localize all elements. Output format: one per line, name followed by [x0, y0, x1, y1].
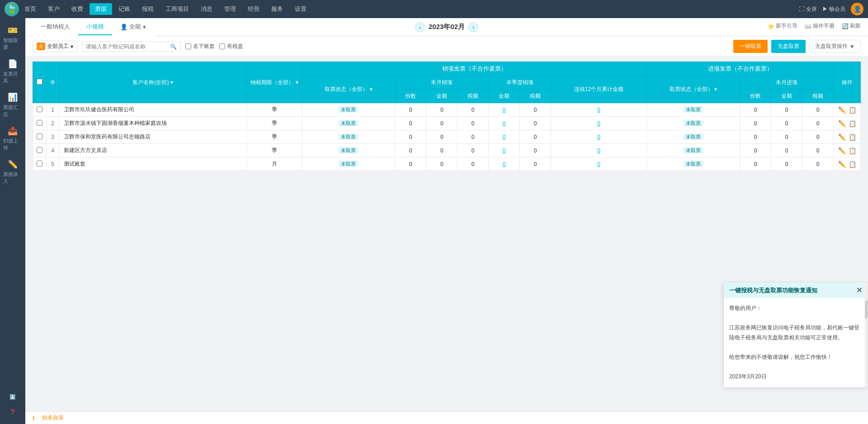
one-click-btn[interactable]: 一键取票	[733, 40, 768, 53]
new-guide-btn[interactable]: ⭐ 新手引导	[768, 22, 797, 30]
row-num: 1	[47, 103, 59, 117]
label-taxable-checkbox[interactable]: 有税盘	[219, 43, 243, 50]
popup-title: 一键报税与无盘取票功能恢复通知	[729, 286, 817, 295]
row-s-month-amt: 0	[426, 103, 458, 117]
row-s-quarter-amt: 0	[489, 117, 520, 130]
employee-filter[interactable]: 全 全部员工 ▾	[33, 41, 77, 52]
row-s-month-tax: 0	[458, 103, 489, 117]
sidebar-download[interactable]: ⬇️	[1, 391, 24, 404]
edit-icon[interactable]: ✏️	[838, 120, 846, 127]
row-s-month-qty: 0	[395, 117, 426, 130]
fullscreen-btn[interactable]: ⛶ 全屏	[799, 5, 816, 13]
row-s-month-tax: 0	[458, 157, 489, 171]
select-all-checkbox[interactable]	[37, 79, 42, 85]
nav-operation[interactable]: 经营	[242, 3, 265, 15]
row-s-quarter-tax: 0	[520, 144, 551, 157]
row-client: 卫辉市汲水镇下园湖香烟薯木种植家庭农场	[59, 117, 247, 130]
nav-message[interactable]: 消息	[195, 3, 218, 15]
row-checkbox[interactable]	[33, 103, 47, 117]
search-icon[interactable]: 🔍	[170, 43, 177, 50]
view-icon[interactable]: 📋	[849, 106, 856, 114]
row-12month: 0	[551, 117, 646, 130]
row-checkbox[interactable]	[33, 130, 47, 144]
refresh-btn[interactable]: 🔄 刷新	[842, 22, 861, 30]
th-s-month-tax: 税额	[458, 90, 489, 103]
summary-icon: 📊	[8, 92, 18, 102]
row-s-quarter-amt: 0	[489, 144, 520, 157]
nav-tax[interactable]: 报税	[137, 3, 159, 15]
row-p-month-qty: 0	[740, 157, 771, 171]
toolbar: 全 全部员工 ▾ 🔍 名下账套 有税盘 一键取票 无盘取票 无盘取票操作	[25, 36, 868, 57]
nav-settings[interactable]: 设置	[289, 3, 312, 15]
nav-business[interactable]: 工商项目	[160, 3, 194, 15]
row-checkbox[interactable]	[33, 157, 47, 171]
view-icon[interactable]: 📋	[849, 147, 856, 154]
table-body: 1 卫辉市玖玖健合医药有限公司 季 未取票 0 0 0 0 0 0 未取票 0 …	[33, 103, 861, 171]
nav-bookkeeping[interactable]: 记账	[113, 3, 136, 15]
prev-month-btn[interactable]: ‹	[415, 22, 425, 32]
row-s-quarter-tax: 0	[520, 157, 551, 171]
no-disk-ops-label: 无盘取票操作	[815, 43, 848, 50]
sidebar-item-entry[interactable]: ✏️ 票据录入	[1, 156, 24, 188]
nav-home[interactable]: 首页	[19, 3, 42, 15]
tab-all-capable[interactable]: 👤 全能 ▾	[112, 19, 154, 35]
edit-icon[interactable]: ✏️	[838, 147, 846, 154]
employee-filter-label: 全部员工	[47, 43, 69, 50]
popup-close-btn[interactable]: ✕	[856, 286, 862, 295]
table-row: 4 新建区方方文具店 季 未取票 0 0 0 0 0 0 未取票 0 0 0 ✏…	[33, 144, 861, 157]
row-p-month-amt: 0	[771, 157, 802, 171]
nav-service[interactable]: 服务	[266, 3, 288, 15]
edit-icon[interactable]: ✏️	[838, 161, 846, 168]
manual-btn[interactable]: 📖 操作手册	[805, 22, 835, 30]
app-logo: 🍃	[5, 2, 19, 16]
edit-icon[interactable]: ✏️	[838, 133, 846, 141]
th-settings: ⚙	[47, 62, 59, 103]
nav-billing[interactable]: 收费	[66, 3, 89, 15]
vip-btn[interactable]: ▶ 畅会员	[822, 5, 845, 13]
user-avatar[interactable]: 👤	[851, 3, 863, 15]
next-month-btn[interactable]: ›	[468, 22, 478, 32]
row-s-month-qty: 0	[395, 157, 426, 171]
popup-scrollbar[interactable]	[865, 282, 868, 387]
nav-client[interactable]: 客户	[42, 3, 65, 15]
no-disk-ops-btn[interactable]: 无盘取票操作 ▼	[809, 40, 861, 53]
th-s-quarter-amt: 金额	[489, 90, 520, 103]
row-period: 季	[247, 103, 302, 117]
chevron-down-icon: ▾	[143, 24, 146, 30]
popup-body-text: 尊敬的用户： 江苏政务网已恢复访问电子税务局功能，易代账一键登陆电子税务局与无盘…	[729, 304, 862, 382]
nav-invoice[interactable]: 票据	[90, 3, 112, 15]
tab-nav-right: ⭐ 新手引导 📖 操作手册 🔄 刷新	[768, 22, 861, 32]
row-p-month-amt: 0	[771, 144, 802, 157]
sidebar-help[interactable]: ❓	[1, 405, 24, 419]
taxable-checkbox[interactable]	[219, 43, 225, 49]
nav-manage[interactable]: 管理	[219, 3, 241, 15]
row-checkbox[interactable]	[33, 117, 47, 130]
tax-policy-link[interactable]: 税务政策	[42, 414, 64, 422]
sidebar-item-summary[interactable]: 📊 票据汇总	[1, 89, 24, 121]
tab-general-taxpayer[interactable]: 一般纳税人	[33, 19, 78, 35]
sidebar-item-issue-invoice[interactable]: 📄 发票开具	[1, 55, 24, 88]
info-icon: ℹ	[33, 415, 35, 421]
account-checkbox[interactable]	[185, 43, 191, 49]
row-num: 2	[47, 117, 59, 130]
no-disk-btn[interactable]: 无盘取票	[771, 40, 806, 53]
account-label: 名下账套	[193, 43, 215, 50]
search-input[interactable]	[86, 43, 167, 50]
view-icon[interactable]: 📋	[849, 120, 856, 127]
row-num: 4	[47, 144, 59, 157]
search-box: 🔍	[82, 42, 181, 52]
sidebar-item-scan[interactable]: 📤 扫描上传	[1, 122, 24, 155]
row-sales-status: 未取票	[302, 157, 395, 171]
sidebar-item-smart-invoice[interactable]: 🎫 智能取票	[1, 22, 24, 54]
label-account-checkbox[interactable]: 名下账套	[185, 43, 215, 50]
view-icon[interactable]: 📋	[849, 133, 856, 141]
row-s-month-tax: 0	[458, 117, 489, 130]
edit-icon[interactable]: ✏️	[838, 106, 846, 114]
th-monthly-sales: 本月销项	[395, 76, 489, 90]
tab-small-scale[interactable]: 小规模	[78, 19, 112, 35]
row-actions: ✏️ 📋	[834, 157, 861, 171]
row-checkbox[interactable]	[33, 144, 47, 157]
popup-header: 一键报税与无盘取票功能恢复通知 ✕	[724, 282, 868, 298]
th-client: 客户名称(全部) ▾	[59, 62, 247, 103]
view-icon[interactable]: 📋	[849, 161, 856, 168]
